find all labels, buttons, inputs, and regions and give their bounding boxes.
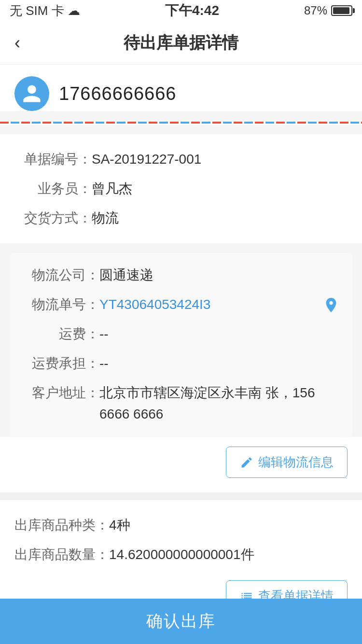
status-right: 87%: [304, 4, 352, 17]
freight-bearer-row: 运费承担： --: [22, 353, 340, 375]
basic-info-section: 单据编号： SA-20191227-001 业务员： 曾凡杰 交货方式： 物流: [0, 134, 362, 243]
logistics-company-label: 物流公司：: [22, 265, 99, 286]
sales-person-row: 业务员： 曾凡杰: [14, 178, 348, 200]
phone-number: 17666666666: [59, 84, 176, 104]
status-left: 无 SIM 卡 ☁: [10, 2, 80, 19]
tracking-row: 物流单号： YT43064053424I3: [22, 294, 340, 316]
order-number-label: 单据编号：: [14, 149, 92, 170]
battery-icon: [331, 5, 352, 16]
back-button[interactable]: ‹: [14, 33, 20, 53]
freight-row: 运费： --: [22, 323, 340, 345]
sales-person-value: 曾凡杰: [92, 178, 348, 200]
logistics-company-row: 物流公司： 圆通速递: [22, 265, 340, 286]
nav-bar: ‹ 待出库单据详情: [0, 21, 362, 65]
goods-section: 出库商品种类： 4种 出库商品数量： 14.620000000000001件: [0, 500, 362, 575]
confirm-button[interactable]: 确认出库: [0, 610, 362, 632]
address-row: 客户地址： 北京市市辖区海淀区永丰南 张，156 6666 6666: [22, 382, 340, 426]
freight-bearer-value: --: [99, 353, 340, 375]
sim-status: 无 SIM 卡 ☁: [10, 2, 80, 19]
gray-divider: [0, 492, 362, 500]
edit-button-row: 编辑物流信息: [0, 437, 362, 492]
status-bar: 无 SIM 卡 ☁ 下午4:42 87%: [0, 0, 362, 21]
logistics-card: 物流公司： 圆通速递 物流单号： YT43064053424I3 运费： -- …: [10, 253, 352, 437]
confirm-button-wrap: 确认出库: [0, 599, 362, 644]
address-label: 客户地址：: [22, 382, 99, 404]
address-value: 北京市市辖区海淀区永丰南 张，156 6666 6666: [99, 382, 340, 426]
edit-icon: [240, 456, 253, 469]
avatar: [14, 76, 49, 111]
tracking-label: 物流单号：: [22, 294, 99, 316]
page-title: 待出库单据详情: [124, 32, 238, 54]
goods-quantity-row: 出库商品数量： 14.620000000000001件: [14, 544, 348, 566]
delivery-method-value: 物流: [92, 208, 348, 229]
freight-bearer-label: 运费承担：: [22, 353, 99, 375]
delivery-method-row: 交货方式： 物流: [14, 208, 348, 229]
freight-label: 运费：: [22, 323, 99, 345]
phone-header: 17666666666: [0, 65, 362, 111]
goods-type-value: 4种: [109, 515, 348, 536]
goods-type-label: 出库商品种类：: [14, 515, 109, 536]
tracking-value: YT43064053424I3: [99, 294, 316, 316]
status-time: 下午4:42: [165, 1, 219, 20]
battery-percent: 87%: [304, 4, 327, 17]
location-pin-icon[interactable]: [322, 296, 340, 314]
logistics-company-value: 圆通速递: [99, 265, 340, 286]
delivery-method-label: 交货方式：: [14, 208, 92, 229]
sales-person-label: 业务员：: [14, 178, 92, 200]
goods-quantity-value: 14.620000000000001件: [109, 544, 348, 566]
dashed-divider: [0, 121, 362, 125]
goods-type-row: 出库商品种类： 4种: [14, 515, 348, 536]
edit-logistics-button[interactable]: 编辑物流信息: [226, 447, 348, 478]
goods-quantity-label: 出库商品数量：: [14, 544, 109, 566]
order-number-value: SA-20191227-001: [92, 149, 348, 170]
order-number-row: 单据编号： SA-20191227-001: [14, 149, 348, 170]
edit-button-label: 编辑物流信息: [258, 454, 334, 471]
freight-value: --: [99, 323, 340, 345]
